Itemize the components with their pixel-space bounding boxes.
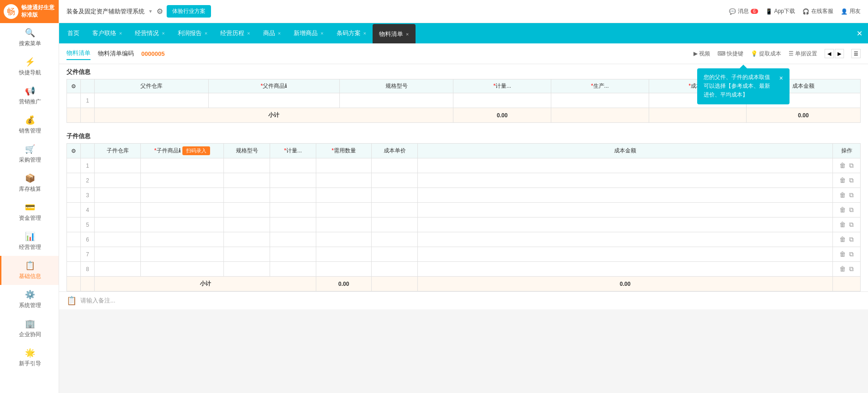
child-row7-copy-button[interactable]: ⧉	[848, 249, 855, 259]
nav-tab-close[interactable]: ×	[247, 30, 250, 36]
child-row5-unit-price[interactable]	[372, 218, 418, 232]
nav-tab-customer[interactable]: 客户联络×	[86, 23, 128, 43]
sidebar-item-quick-nav[interactable]: ⚡快捷导航	[0, 52, 59, 81]
child-row1-unit[interactable]	[270, 158, 316, 173]
child-row4-delete-button[interactable]: 🗑	[838, 205, 847, 214]
experience-button[interactable]: 体验行业方案	[167, 5, 211, 18]
child-row1-spec[interactable]	[224, 158, 270, 173]
nav-tab-close[interactable]: ×	[320, 30, 323, 36]
child-row5-delete-button[interactable]: 🗑	[838, 220, 847, 229]
message-group[interactable]: 💬 消息 6	[729, 7, 758, 15]
sidebar-item-guide[interactable]: 🌟新手引导	[0, 343, 59, 372]
child-row8-delete-button[interactable]: 🗑	[838, 264, 847, 273]
child-row3-delete-button[interactable]: 🗑	[838, 190, 847, 200]
child-row6-unit[interactable]	[270, 232, 316, 247]
nav-tab-profit[interactable]: 利润报告×	[171, 23, 214, 43]
nav-tab-bom[interactable]: 物料清单×	[373, 24, 415, 43]
child-row4-quantity[interactable]	[316, 203, 372, 218]
child-row8-spec[interactable]	[224, 262, 270, 277]
prev-arrow[interactable]: ◀	[825, 49, 834, 58]
child-row7-quantity[interactable]	[316, 247, 372, 262]
nav-tab-close[interactable]: ×	[363, 30, 366, 36]
child-row2-warehouse[interactable]	[95, 173, 141, 188]
child-row3-copy-button[interactable]: ⧉	[848, 190, 855, 200]
child-row4-unit[interactable]	[270, 203, 316, 218]
sidebar-item-operations[interactable]: 📊经营管理	[0, 227, 59, 256]
child-row2-product[interactable]	[141, 173, 224, 188]
system-dropdown-arrow[interactable]: ▼	[148, 9, 153, 14]
sidebar-item-marketing[interactable]: 📢营销推广	[0, 81, 59, 110]
close-all-tabs-button[interactable]: ✕	[853, 29, 866, 38]
parent-th-gear[interactable]: ⚙	[67, 79, 81, 93]
child-row8-unit-price[interactable]	[372, 262, 418, 277]
grid-view-button[interactable]: ☰	[851, 49, 861, 58]
scan-button[interactable]: 扫码录入	[182, 146, 210, 155]
next-arrow[interactable]: ▶	[835, 49, 844, 58]
child-row1-unit-price[interactable]	[372, 158, 418, 173]
shortcut-action[interactable]: ⌨ 快捷键	[717, 50, 743, 58]
child-row3-product[interactable]	[141, 188, 224, 203]
child-row3-unit-price[interactable]	[372, 188, 418, 203]
nav-tab-close[interactable]: ×	[162, 30, 164, 36]
child-row8-quantity[interactable]	[316, 262, 372, 277]
child-row7-warehouse[interactable]	[95, 247, 141, 262]
parent-row1-production[interactable]	[551, 93, 649, 108]
nav-tab-operations[interactable]: 经营情况×	[128, 23, 171, 43]
child-row1-warehouse[interactable]	[95, 158, 141, 173]
sub-tab-bom-code[interactable]: 物料清单编码	[98, 48, 134, 60]
sidebar-item-purchase[interactable]: 🛒采购管理	[0, 139, 59, 169]
child-row3-unit[interactable]	[270, 188, 316, 203]
child-row6-warehouse[interactable]	[95, 232, 141, 247]
parent-row1-warehouse[interactable]	[95, 93, 209, 108]
child-row8-copy-button[interactable]: ⧉	[848, 264, 855, 274]
parent-row1-unit[interactable]	[453, 93, 551, 108]
child-row1-delete-button[interactable]: 🗑	[838, 161, 847, 170]
child-row4-warehouse[interactable]	[95, 203, 141, 218]
child-row5-product[interactable]	[141, 218, 224, 232]
service-group[interactable]: 🎧 在线客服	[802, 7, 833, 15]
nav-tab-close[interactable]: ×	[119, 30, 122, 36]
child-row8-warehouse[interactable]	[95, 262, 141, 277]
child-row1-quantity[interactable]	[316, 158, 372, 173]
child-row5-spec[interactable]	[224, 218, 270, 232]
sidebar-item-search[interactable]: 🔍搜索菜单	[0, 23, 59, 52]
child-th-gear[interactable]: ⚙	[67, 144, 81, 158]
child-row3-quantity[interactable]	[316, 188, 372, 203]
child-row2-spec[interactable]	[224, 173, 270, 188]
child-row6-quantity[interactable]	[316, 232, 372, 247]
child-row2-quantity[interactable]	[316, 173, 372, 188]
child-row4-product[interactable]	[141, 203, 224, 218]
child-row6-unit-price[interactable]	[372, 232, 418, 247]
sidebar-item-finance[interactable]: 💳资金管理	[0, 198, 59, 227]
child-row4-copy-button[interactable]: ⧉	[848, 205, 855, 215]
nav-tab-history[interactable]: 经营历程×	[214, 23, 256, 43]
user-group[interactable]: 👤 用友	[841, 7, 861, 15]
child-row8-unit[interactable]	[270, 262, 316, 277]
child-row6-spec[interactable]	[224, 232, 270, 247]
child-row4-spec[interactable]	[224, 203, 270, 218]
settings-action[interactable]: ☰ 单据设置	[789, 50, 817, 58]
child-row7-unit[interactable]	[270, 247, 316, 262]
child-row5-quantity[interactable]	[316, 218, 372, 232]
sidebar-item-basic[interactable]: 📋基础信息	[0, 256, 59, 285]
sidebar-item-inventory[interactable]: 📦库存核算	[0, 169, 59, 198]
child-row2-copy-button[interactable]: ⧉	[848, 175, 855, 185]
child-row6-copy-button[interactable]: ⧉	[848, 235, 855, 244]
child-row7-product[interactable]	[141, 247, 224, 262]
app-download-group[interactable]: 📱 App下载	[766, 7, 795, 15]
nav-tab-close[interactable]: ×	[278, 30, 281, 36]
nav-tab-home[interactable]: 首页	[61, 23, 86, 43]
sub-tab-bom-list[interactable]: 物料清单	[66, 47, 90, 60]
sidebar-item-enterprise[interactable]: 🏢企业协同	[0, 314, 59, 343]
child-row1-product[interactable]	[141, 158, 224, 173]
sidebar-item-system[interactable]: ⚙️系统管理	[0, 285, 59, 314]
child-row2-unit-price[interactable]	[372, 173, 418, 188]
child-row2-unit[interactable]	[270, 173, 316, 188]
child-row5-warehouse[interactable]	[95, 218, 141, 232]
gear-button[interactable]: ⚙	[157, 7, 163, 16]
child-row4-unit-price[interactable]	[372, 203, 418, 218]
child-row3-warehouse[interactable]	[95, 188, 141, 203]
child-row5-copy-button[interactable]: ⧉	[848, 220, 855, 230]
cost-action[interactable]: 💡 提取成本	[751, 50, 781, 58]
nav-tab-goods[interactable]: 商品×	[257, 23, 287, 43]
